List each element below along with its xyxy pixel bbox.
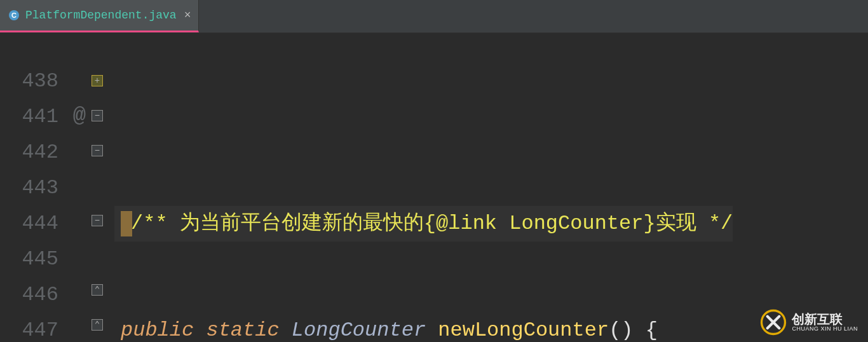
fold-collapse-icon[interactable]: − (92, 215, 103, 226)
line-number-gutter: 438 441 442 443 444 445 446 447 (0, 33, 70, 342)
line-number: 445 (0, 242, 58, 277)
watermark: 创新互联 CHUANG XIN HU LIAN (760, 309, 858, 336)
line-number: 441 (0, 99, 58, 135)
fold-expand-icon[interactable]: + (92, 75, 103, 86)
line-number: 444 (0, 206, 58, 242)
override-annotation-icon[interactable]: @ (70, 98, 89, 133)
line-number: 446 (0, 277, 58, 313)
tab-bar: C PlatformDependent.java × (0, 0, 868, 33)
fold-collapse-icon[interactable]: − (92, 110, 103, 121)
close-icon[interactable]: × (184, 9, 191, 22)
watermark-subtitle: CHUANG XIN HU LIAN (792, 326, 858, 332)
code-line: public static LongCounter newLongCounter… (114, 313, 733, 342)
code-editor[interactable]: 438 441 442 443 444 445 446 447 + @ − − … (0, 33, 868, 342)
svg-text:C: C (11, 11, 17, 19)
watermark-logo-icon (760, 309, 787, 336)
fold-end-icon[interactable]: ⌃ (92, 284, 103, 296)
tab-filename: PlatformDependent.java (25, 9, 177, 22)
line-number: 447 (0, 313, 58, 342)
fold-gutter: + @ − − − ⌃ ⌃ (70, 33, 114, 342)
java-class-icon: C (8, 9, 20, 22)
fold-collapse-icon[interactable]: − (92, 145, 103, 156)
code-content[interactable]: /** 为当前平台创建新的最快的{@link LongCounter}实现 */… (114, 33, 733, 342)
line-number: 442 (0, 135, 58, 170)
watermark-title: 创新互联 (792, 312, 858, 326)
line-number: 443 (0, 170, 58, 206)
line-number: 438 (0, 64, 58, 99)
fold-end-icon[interactable]: ⌃ (92, 319, 103, 331)
editor-tab[interactable]: C PlatformDependent.java × (0, 0, 199, 32)
code-line: /** 为当前平台创建新的最快的{@link LongCounter}实现 */ (114, 206, 733, 242)
